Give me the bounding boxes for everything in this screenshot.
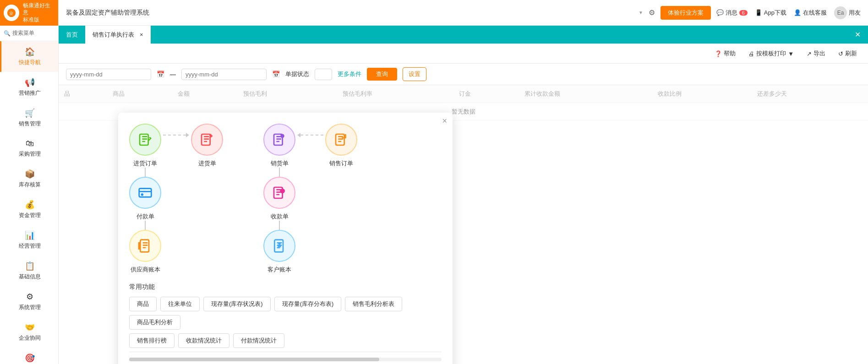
- func-btn-product[interactable]: 商品: [129, 297, 157, 311]
- func-btn-partner[interactable]: 往来单位: [160, 297, 200, 311]
- system-icon: ⚙: [26, 292, 33, 302]
- svg-text:业: 业: [9, 11, 13, 16]
- flow-node-purchase-order[interactable]: 进货订单: [129, 124, 161, 168]
- date-to-input[interactable]: [181, 69, 267, 80]
- func-btn-sales-rank[interactable]: 销售排行榜: [129, 333, 175, 348]
- arrow-head-right-1: [186, 133, 189, 137]
- online-service-button[interactable]: 👤 在线客服: [794, 9, 827, 17]
- sidebar-item-basic-info[interactable]: 📋 基础信息: [0, 255, 58, 286]
- more-conditions[interactable]: 更多条件: [338, 70, 361, 78]
- sidebar-item-inventory[interactable]: 📦 库存核算: [0, 163, 58, 194]
- tab-bar: 首页 销售订单执行表 × ✕: [59, 26, 868, 44]
- tab-close-button[interactable]: ×: [140, 31, 143, 38]
- func-btn-stock-status[interactable]: 现存量(库存状况表): [203, 297, 271, 311]
- sidebar-item-finance[interactable]: 💰 资金管理: [0, 194, 58, 225]
- search-button[interactable]: 查询: [367, 68, 397, 81]
- arrow-v-3: [279, 168, 280, 177]
- flow-node-supplier-ledger[interactable]: 供应商账本: [129, 230, 161, 274]
- scroll-thumb: [129, 358, 379, 361]
- flow-node-sales-bill[interactable]: ¥ 销货单: [263, 124, 295, 168]
- try-button[interactable]: 体验行业方案: [661, 6, 711, 20]
- common-functions: 常用功能 商品 往来单位 现存量(库存状况表) 现存量(库存分布表) 销售毛利分…: [129, 283, 442, 348]
- tab-home[interactable]: 首页: [59, 26, 85, 44]
- svg-point-14: [278, 242, 280, 244]
- svg-point-4: [142, 194, 143, 196]
- newbie-icon: 🎯: [25, 353, 35, 363]
- func-btn-product-profit[interactable]: 商品毛利分析: [129, 315, 180, 330]
- flow-node-payment[interactable]: 付款单: [129, 177, 161, 221]
- export-button[interactable]: ↗ 导出: [803, 48, 829, 60]
- toolbar: ❓ 帮助 🖨 按模板打印 ▼ ↗ 导出 ↺ 刷新: [59, 44, 868, 64]
- search-icon: 🔍: [4, 30, 11, 37]
- refresh-button[interactable]: ↺ 刷新: [835, 48, 861, 60]
- service-icon: 👤: [794, 9, 801, 16]
- flow-node-sales-order[interactable]: 销售订单: [325, 124, 357, 168]
- customer-ledger-circle: [263, 230, 295, 262]
- status-select[interactable]: [315, 69, 332, 80]
- print-template-button[interactable]: 🖨 按模板打印 ▼: [745, 48, 797, 60]
- sidebar-item-newbie[interactable]: 🎯 新手引导: [0, 348, 58, 364]
- help-icon: ❓: [715, 50, 722, 57]
- sidebar-item-operations[interactable]: 📊 经营管理: [0, 225, 58, 255]
- func-btn-receipt-stats[interactable]: 收款情况统计: [178, 333, 229, 348]
- supplier-ledger-circle: [129, 230, 161, 262]
- settings-icon[interactable]: ⚙: [649, 8, 655, 17]
- header-actions: 💬 消息 6 📱 App下载 👤 在线客服 Ea 用友: [716, 6, 861, 19]
- message-badge: 6: [739, 10, 748, 16]
- sales-icon: 🛒: [25, 108, 35, 118]
- popup-close-button[interactable]: ×: [442, 116, 447, 126]
- sidebar-item-marketing[interactable]: 📢 营销推广: [0, 72, 58, 103]
- marketing-icon: 📢: [25, 77, 35, 87]
- search-menu-button[interactable]: 🔍 搜索菜单: [0, 26, 58, 41]
- app-download-button[interactable]: 📱 App下载: [755, 9, 786, 17]
- user-menu[interactable]: Ea 用友: [834, 6, 861, 19]
- sidebar-item-system[interactable]: ⚙ 系统管理: [0, 286, 58, 317]
- svg-text:¥: ¥: [280, 189, 283, 193]
- date-from-input[interactable]: [66, 69, 151, 80]
- basic-info-icon: 📋: [25, 261, 35, 271]
- table-area: 品 商品 金额 预估毛利 预估毛利率 订金 累计收款金额 收款比例 还差多少天: [59, 85, 868, 364]
- enterprise-icon: 🤝: [25, 322, 35, 332]
- refresh-icon: ↺: [838, 50, 843, 57]
- set-button[interactable]: 设置: [403, 67, 426, 81]
- sidebar-item-purchase[interactable]: 🛍 采购管理: [0, 133, 58, 163]
- system-title-dropdown[interactable]: ▼: [639, 10, 643, 15]
- func-buttons-row1: 商品 往来单位 现存量(库存状况表) 现存量(库存分布表) 销售毛利分析表 商品…: [129, 297, 442, 330]
- func-btn-stock-dist[interactable]: 现存量(库存分布表): [274, 297, 342, 311]
- arrow-h-dashed-1: [163, 135, 186, 136]
- sidebar-item-sales[interactable]: 🛒 销售管理: [0, 103, 58, 133]
- help-button[interactable]: ❓ 帮助: [711, 48, 739, 60]
- svg-text:¥: ¥: [281, 135, 283, 138]
- receipt-circle: ¥: [263, 177, 295, 209]
- flow-node-receipt[interactable]: ¥ 收款单: [263, 177, 295, 221]
- main-area: 装备及固定资产辅助管理系统 ▼ ⚙ 体验行业方案 💬 消息 6 📱 App下载 …: [59, 0, 868, 364]
- popup-modal: ×: [118, 113, 453, 364]
- sidebar-nav: 🏠 快捷导航 📢 营销推广 🛒 销售管理 🛍 采购管理 📦 库存核算 💰: [0, 41, 58, 364]
- status-label: 单据状态: [285, 70, 309, 78]
- sales-order-circle: [325, 124, 357, 156]
- scroll-track: [129, 358, 442, 361]
- user-avatar: Ea: [834, 6, 847, 19]
- home-icon: 🏠: [25, 47, 35, 57]
- arrow-h-dashed-2: [300, 135, 323, 136]
- logo-text: 畅康通好生意 标准版: [23, 2, 55, 24]
- arrow-v-2: [145, 221, 146, 230]
- popup-scrollbar[interactable]: [129, 352, 442, 363]
- svg-rect-3: [139, 189, 152, 197]
- sidebar-item-enterprise[interactable]: 🤝 企业协同: [0, 317, 58, 348]
- filter-bar: 📅 — 📅 单据状态 更多条件 查询 设置: [59, 64, 868, 85]
- date-to-icon[interactable]: 📅: [272, 71, 280, 78]
- flow-node-purchase-bill[interactable]: 进货单: [191, 124, 223, 168]
- date-from-icon[interactable]: 📅: [157, 71, 164, 78]
- print-icon: 🖨: [748, 50, 754, 57]
- func-btn-payment-stats[interactable]: 付款情况统计: [233, 333, 284, 348]
- flow-node-customer-ledger[interactable]: 客户账本: [263, 230, 295, 274]
- date-separator: —: [170, 71, 176, 78]
- purchase-bill-circle: [191, 124, 223, 156]
- message-button[interactable]: 💬 消息 6: [716, 9, 748, 17]
- tab-sales-order[interactable]: 销售订单执行表 ×: [85, 26, 151, 44]
- main-content-wrapper: ❓ 帮助 🖨 按模板打印 ▼ ↗ 导出 ↺ 刷新: [59, 44, 868, 364]
- tab-bar-close-icon[interactable]: ✕: [847, 30, 868, 39]
- func-btn-sales-profit[interactable]: 销售毛利分析表: [345, 297, 402, 311]
- sidebar-item-quick-nav[interactable]: 🏠 快捷导航: [0, 41, 58, 72]
